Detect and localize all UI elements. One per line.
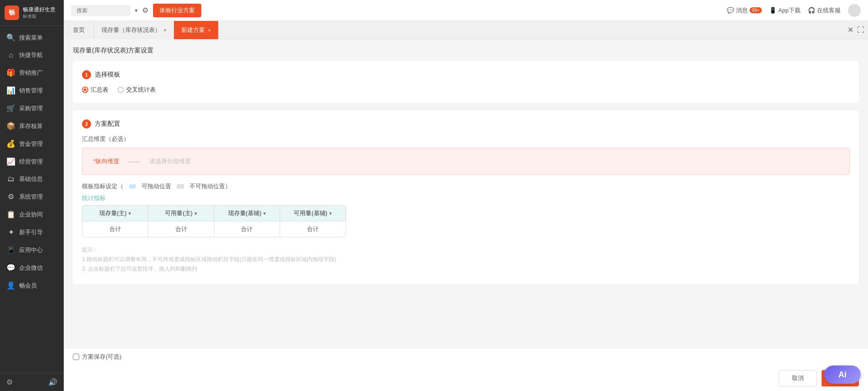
col-header-2[interactable]: 现存量(基辅) ▾ [214, 206, 281, 221]
app-download-icon: 📱 [769, 7, 776, 14]
page-title: 现存量(库存状况表)方案设置 [73, 46, 859, 55]
gear-icon[interactable]: ⚙ [142, 6, 148, 15]
sidebar-item-new-guide[interactable]: ✦ 新手引导 [0, 223, 64, 241]
basic-info-icon: 🗂 [6, 175, 15, 183]
tab-new-scheme-close-icon[interactable]: × [208, 27, 210, 33]
indicator-config-label: 模板指标设定（ 可拖动位置 不可拖动位置） [82, 182, 850, 190]
sidebar-item-marketing[interactable]: 🎁 营销推广 [0, 64, 64, 82]
cancel-button[interactable]: 取消 [779, 370, 817, 386]
sidebar-item-member[interactable]: 👤 畅会员 [0, 277, 64, 294]
sidebar-logo: 畅 畅康通好生意 标准版 [0, 0, 64, 26]
tab-inventory-status[interactable]: 现存量（库存状况表） × [94, 21, 174, 39]
radio-summary[interactable]: 汇总表 [82, 86, 108, 94]
app-center-icon: 📱 [6, 246, 15, 254]
col-body-2: 合计 [214, 221, 281, 237]
summary-dim-label: 汇总维度（必选） [82, 135, 850, 143]
settings-icon[interactable]: ⚙ [6, 378, 13, 386]
sidebar-item-inventory[interactable]: 📦 库存核算 [0, 117, 64, 135]
sidebar-item-operations[interactable]: 📈 经营管理 [0, 153, 64, 170]
topbar-right: 💬 消息 99+ 📱 App下载 🎧 在线客服 [727, 4, 861, 17]
toggle-non-draggable [177, 184, 184, 189]
tips-section: 提示： 1.拖动标题栏可以调整布局，不可跨维度或指标区域拖动栏目字段(只能在同一… [82, 246, 850, 273]
save-option: 方案保存(可选) [64, 348, 868, 365]
online-service-item[interactable]: 🎧 在线客服 [808, 6, 841, 15]
sidebar-item-search-menu[interactable]: 🔍 搜索菜单 [0, 29, 64, 46]
grouping-dim-placeholder[interactable]: 请选择分组维度 [149, 157, 191, 165]
inventory-icon: 📦 [6, 122, 15, 130]
step1-title: 选择模板 [95, 71, 120, 79]
headphone-icon: 🎧 [808, 7, 815, 14]
sidebar-item-finance[interactable]: 💰 资金管理 [0, 135, 64, 153]
enterprise-wechat-icon: 💬 [6, 263, 15, 272]
marketing-icon: 🎁 [6, 68, 15, 77]
main-area: ▾ ⚙ 体验行业方案 💬 消息 99+ 📱 App下载 🎧 在线客服 首页 [64, 0, 868, 391]
sidebar: 畅 畅康通好生意 标准版 🔍 搜索菜单 ⌂ 快捷导航 🎁 营销推广 📊 销售管理… [0, 0, 64, 391]
col-body-1: 合计 [148, 221, 214, 237]
col-header-3[interactable]: 可用量(基辅) ▾ [280, 206, 346, 221]
sidebar-item-enterprise-collab[interactable]: 📋 企业协同 [0, 206, 64, 223]
ai-bubble[interactable]: Ai [824, 365, 861, 384]
tab-close-window-icon[interactable]: ✕ [848, 26, 853, 34]
section-scheme-config: 2 方案配置 汇总维度（必选） *纵向维度 —— 请选择分组维度 模板指标设定（… [73, 110, 859, 284]
sidebar-item-quick-nav[interactable]: ⌂ 快捷导航 [0, 46, 64, 64]
dash: —— [128, 158, 140, 165]
sales-icon: 📊 [6, 86, 15, 95]
stats-section: 统计指标 现存量(主) ▾ 可用量(主) ▾ [82, 194, 850, 239]
tab-new-scheme[interactable]: 新建方案 × [174, 21, 218, 39]
save-checkbox[interactable] [73, 354, 79, 360]
step2-title: 方案配置 [95, 120, 120, 128]
toggle-draggable [129, 184, 136, 189]
template-radio-group: 汇总表 交叉统计表 [82, 86, 850, 94]
sidebar-item-sales[interactable]: 📊 销售管理 [0, 82, 64, 99]
logo-text: 畅康通好生意 标准版 [23, 6, 56, 20]
message-item[interactable]: 💬 消息 99+ [727, 6, 762, 15]
stats-table: 现存量(主) ▾ 可用量(主) ▾ 现存量(基辅) ▾ [82, 205, 346, 237]
user-avatar[interactable] [848, 4, 861, 17]
stats-section-label: 统计指标 [82, 194, 850, 202]
search-menu-icon: 🔍 [6, 33, 15, 42]
sidebar-item-enterprise-wechat[interactable]: 💬 企业微信 [0, 259, 64, 277]
chevron-down-icon-2[interactable]: ▾ [263, 211, 266, 216]
tab-inventory-close-icon[interactable]: × [163, 27, 166, 33]
chevron-down-icon-0[interactable]: ▾ [128, 211, 131, 216]
section-choose-template: 1 选择模板 汇总表 交叉统计表 [73, 61, 859, 103]
content-footer: 方案保存(可选) 取消 查询 [64, 348, 868, 391]
enterprise-collab-icon: 📋 [6, 210, 15, 219]
stats-table-body: 合计 合计 合计 合计 [82, 221, 346, 237]
tabbar-corner: ✕ ⛶ [848, 26, 868, 34]
radio-cross[interactable]: 交叉统计表 [117, 86, 156, 94]
app-download-item[interactable]: 📱 App下载 [769, 6, 801, 15]
step2-number: 2 [82, 119, 91, 129]
sidebar-item-purchase[interactable]: 🛒 采购管理 [0, 99, 64, 117]
vertical-dim-label: *纵向维度 [93, 157, 119, 165]
step1-number: 1 [82, 70, 91, 79]
experience-btn[interactable]: 体验行业方案 [153, 4, 201, 17]
sidebar-item-basic-info[interactable]: 🗂 基础信息 [0, 170, 64, 188]
step2-label: 2 方案配置 [82, 119, 850, 129]
audio-icon[interactable]: 🔊 [48, 378, 57, 386]
topbar: ▾ ⚙ 体验行业方案 💬 消息 99+ 📱 App下载 🎧 在线客服 [64, 0, 868, 21]
pink-required-area: *纵向维度 —— 请选择分组维度 [82, 148, 850, 175]
tabbar: 首页 现存量（库存状况表） × 新建方案 × ✕ ⛶ [64, 21, 868, 39]
dropdown-arrow-icon[interactable]: ▾ [135, 7, 138, 14]
tab-home[interactable]: 首页 [64, 21, 94, 39]
message-icon: 💬 [727, 7, 734, 14]
content-area: 现存量(库存状况表)方案设置 1 选择模板 汇总表 交叉统计表 [64, 39, 868, 348]
sidebar-item-app-center[interactable]: 📱 应用中心 [0, 241, 64, 259]
system-icon: ⚙ [6, 192, 15, 201]
sidebar-item-system[interactable]: ⚙ 系统管理 [0, 188, 64, 206]
logo-icon: 畅 [5, 5, 19, 20]
stats-table-header: 现存量(主) ▾ 可用量(主) ▾ 现存量(基辅) ▾ [82, 206, 346, 221]
member-icon: 👤 [6, 281, 15, 290]
chevron-down-icon-1[interactable]: ▾ [194, 211, 197, 216]
col-header-0[interactable]: 现存量(主) ▾ [82, 206, 148, 221]
purchase-icon: 🛒 [6, 104, 15, 113]
message-badge: 99+ [750, 7, 762, 13]
chevron-down-icon-3[interactable]: ▾ [329, 211, 332, 216]
radio-summary-dot [82, 87, 88, 93]
col-header-1[interactable]: 可用量(主) ▾ [148, 206, 214, 221]
operations-icon: 📈 [6, 157, 15, 166]
topbar-search-input[interactable] [71, 5, 130, 16]
tab-expand-icon[interactable]: ⛶ [857, 26, 864, 34]
col-body-0: 合计 [82, 221, 148, 237]
